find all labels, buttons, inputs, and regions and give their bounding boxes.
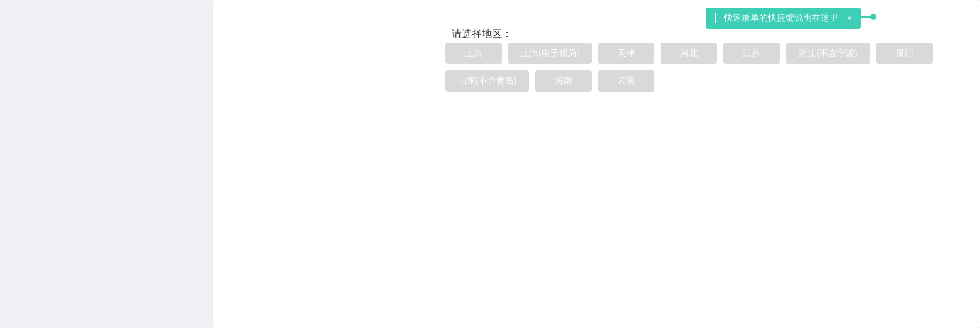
tooltip-dot <box>870 14 876 20</box>
region-btn-xiamen[interactable]: 厦门 <box>876 43 933 64</box>
region-btn-shanghai-etax[interactable]: 上海(电子税局) <box>508 43 592 64</box>
tooltip-bar-icon <box>715 13 716 23</box>
region-btn-hebei[interactable]: 河北 <box>661 43 717 64</box>
region-btn-tianjin[interactable]: 天津 <box>598 43 654 64</box>
region-btn-zhejiang[interactable]: 浙江(不含宁波) <box>786 43 870 64</box>
tooltip-text: 快速录单的快捷键说明在这里 <box>724 13 838 24</box>
region-btn-hainan[interactable]: 海南 <box>535 70 592 92</box>
region-btn-yunnan[interactable]: 云南 <box>598 70 654 92</box>
page-title: 请选择地区： <box>452 28 512 41</box>
region-btn-shanghai[interactable]: 上海 <box>445 43 502 64</box>
region-row-1: 上海 上海(电子税局) 天津 河北 江苏 浙江(不含宁波) 厦门 <box>445 43 980 64</box>
tooltip-close-button[interactable]: × <box>847 14 852 23</box>
sidebar <box>0 0 213 328</box>
region-btn-shandong[interactable]: 山东(不含青岛) <box>445 70 529 92</box>
region-row-2: 山东(不含青岛) 海南 云南 <box>445 70 980 92</box>
main-content: 请选择地区： 上海 上海(电子税局) 天津 河北 江苏 浙江(不含宁波) 厦门 … <box>213 0 980 328</box>
region-btn-jiangsu[interactable]: 江苏 <box>723 43 780 64</box>
tooltip-banner: 快速录单的快捷键说明在这里 × <box>706 8 861 29</box>
region-buttons: 上海 上海(电子税局) 天津 河北 江苏 浙江(不含宁波) 厦门 山东(不含青岛… <box>445 43 980 92</box>
